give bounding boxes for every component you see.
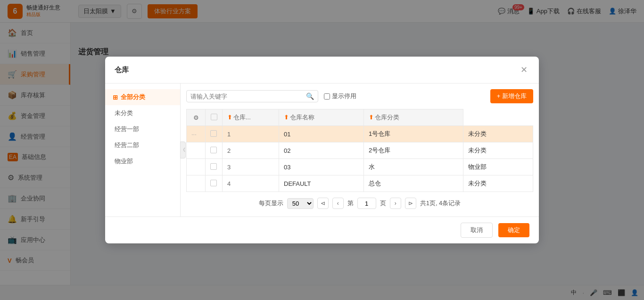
warehouse-modal: 仓库 ✕ ⊞ 全部分类 未分类 经营一部 经营二部 物业部 《: [105, 57, 539, 243]
page-number-input[interactable]: [357, 198, 376, 209]
row-gear: ···: [187, 126, 206, 142]
row-gear: [187, 142, 206, 159]
first-page-button[interactable]: ⊲: [317, 198, 329, 209]
pagination: 每页显示 50 10 20 100 ⊲ ‹ 第 页 › ⊳ 共1页, 4条记录: [186, 192, 533, 211]
row-code: 03: [279, 159, 364, 175]
row-num: 1: [223, 126, 279, 142]
modal-footer: 取消 确定: [105, 217, 539, 243]
modal-title: 仓库: [115, 66, 129, 75]
row-num: 2: [223, 142, 279, 159]
th-check: [206, 109, 223, 126]
modal-overlay[interactable]: 仓库 ✕ ⊞ 全部分类 未分类 经营一部 经营二部 物业部 《: [0, 0, 644, 300]
more-options-button[interactable]: ···: [191, 131, 197, 138]
row-name: 总仓: [364, 175, 463, 192]
category-item-dept2[interactable]: 经营二部: [105, 137, 180, 153]
table-row[interactable]: ··· 1 01 1号仓库 未分类: [187, 126, 533, 142]
page-size-select[interactable]: 50 10 20 100: [287, 198, 314, 209]
th-gear: ⚙: [187, 109, 206, 126]
row-checkbox[interactable]: [210, 163, 217, 170]
sort-icon: ⬆: [284, 114, 289, 121]
row-category: 未分类: [463, 142, 533, 159]
category-all-btn[interactable]: ⊞ 全部分类: [105, 89, 180, 105]
category-all-label: 全部分类: [121, 93, 145, 101]
table-toolbar: 🔍 显示停用 + 新增仓库: [186, 89, 533, 103]
cancel-button[interactable]: 取消: [461, 223, 493, 238]
table-row[interactable]: 2 02 2号仓库 未分类: [187, 142, 533, 159]
page-num-label: 第: [347, 199, 354, 208]
search-icon[interactable]: 🔍: [306, 92, 314, 100]
table-container: ⚙ ⬆仓库... ⬆仓库名称 ⬆仓库分类 ···: [186, 109, 533, 192]
collapse-panel-button[interactable]: 《: [180, 142, 186, 158]
row-num: 3: [223, 159, 279, 175]
row-code: 01: [279, 126, 364, 142]
row-check-cell: [206, 142, 223, 159]
search-box: 🔍: [186, 90, 318, 102]
modal-header: 仓库 ✕: [105, 57, 539, 83]
category-item-unclassified[interactable]: 未分类: [105, 105, 180, 121]
row-check-cell: [206, 175, 223, 192]
table-row[interactable]: 4 DEFAULT 总仓 未分类: [187, 175, 533, 192]
search-input[interactable]: [190, 93, 303, 100]
show-disabled-label[interactable]: 显示停用: [324, 92, 356, 100]
next-page-button[interactable]: ›: [390, 198, 401, 209]
prev-page-button[interactable]: ‹: [332, 198, 344, 209]
row-category: 未分类: [463, 175, 533, 192]
close-icon[interactable]: ✕: [518, 64, 529, 75]
table-panel: 🔍 显示停用 + 新增仓库 ⚙: [181, 83, 539, 217]
table-header: ⚙ ⬆仓库... ⬆仓库名称 ⬆仓库分类: [187, 109, 533, 126]
per-page-label: 每页显示: [259, 199, 283, 208]
warehouse-table: ⚙ ⬆仓库... ⬆仓库名称 ⬆仓库分类 ···: [186, 109, 533, 192]
select-all-checkbox[interactable]: [211, 114, 217, 120]
last-page-button[interactable]: ⊳: [405, 198, 416, 209]
row-name: 水: [364, 159, 463, 175]
confirm-button[interactable]: 确定: [498, 223, 529, 237]
add-warehouse-button[interactable]: + 新增仓库: [490, 89, 533, 103]
row-checkbox[interactable]: [210, 147, 217, 153]
table-row[interactable]: 3 03 水 物业部: [187, 159, 533, 175]
row-num: 4: [223, 175, 279, 192]
th-name[interactable]: ⬆仓库名称: [279, 109, 364, 126]
row-checkbox[interactable]: [210, 130, 217, 137]
row-category: 物业部: [463, 159, 533, 175]
grid-icon: ⊞: [113, 94, 118, 101]
row-code: 02: [279, 142, 364, 159]
row-code: DEFAULT: [279, 175, 364, 192]
category-item-dept1[interactable]: 经营一部: [105, 121, 180, 137]
row-check-cell: [206, 126, 223, 142]
row-name: 2号仓库: [364, 142, 463, 159]
row-gear: [187, 159, 206, 175]
row-checkbox[interactable]: [210, 180, 217, 186]
total-info: 共1页, 4条记录: [420, 199, 461, 208]
show-disabled-checkbox[interactable]: [324, 93, 330, 100]
row-gear: [187, 175, 206, 192]
category-panel: ⊞ 全部分类 未分类 经营一部 经营二部 物业部 《: [105, 83, 181, 217]
th-code[interactable]: ⬆仓库...: [223, 109, 279, 126]
th-category[interactable]: ⬆仓库分类: [364, 109, 463, 126]
row-category: 未分类: [463, 126, 533, 142]
category-item-property[interactable]: 物业部: [105, 153, 180, 169]
row-check-cell: [206, 159, 223, 175]
sort-icon: ⬆: [227, 114, 232, 121]
table-body: ··· 1 01 1号仓库 未分类 2: [187, 126, 533, 192]
sort-icon: ⬆: [369, 114, 374, 121]
modal-body: ⊞ 全部分类 未分类 经营一部 经营二部 物业部 《 🔍: [105, 83, 539, 217]
row-name: 1号仓库: [364, 126, 463, 142]
page-word: 页: [380, 199, 386, 208]
